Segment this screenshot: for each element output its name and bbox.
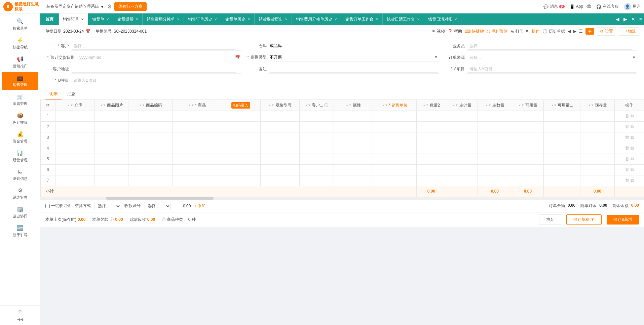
sidebar-item-sales[interactable]: 💼 销售管理 <box>2 72 38 90</box>
app-download-button[interactable]: 📱 App下载 <box>570 4 591 9</box>
profit-button[interactable]: ◎ 毛利预估 <box>487 29 507 34</box>
tab-close-icon[interactable]: ✕ <box>334 17 337 21</box>
sort-code-icon[interactable]: ▲▼ <box>139 104 145 107</box>
sidebar-item-marketing[interactable]: 📢 营销推广 <box>2 53 38 71</box>
online-service-button[interactable]: 🎧 在线客服 <box>596 4 619 9</box>
sort-main-qty-icon[interactable]: ▲▼ <box>485 104 491 107</box>
order-source-input[interactable] <box>468 54 632 61</box>
salesperson-input[interactable] <box>468 43 632 50</box>
solution-button[interactable]: 体验行业方案 <box>114 2 147 11</box>
add-button[interactable]: + 添加 <box>194 203 205 209</box>
tab-close-icon[interactable]: ✕ <box>454 17 457 21</box>
sort-warehouse-icon[interactable]: ▲▼ <box>67 104 73 107</box>
tab-close-all-button[interactable]: ✕ <box>629 16 637 22</box>
delete-row-icon[interactable]: 🗑 <box>625 178 629 183</box>
tab-home[interactable]: 首页 <box>40 13 59 25</box>
delivery-date-input[interactable] <box>78 54 235 61</box>
memo-input[interactable] <box>270 66 438 73</box>
tab-close-icon[interactable]: ✕ <box>81 17 84 21</box>
history-button[interactable]: 🕐 历史单据 <box>542 29 565 34</box>
tab-sales-order-history[interactable]: 销售订单历史 ✕ <box>184 13 221 25</box>
copy-row-icon[interactable]: ⧉ <box>631 156 634 162</box>
tab-detail[interactable]: 明细 <box>45 89 62 99</box>
warehouse-ellipsis[interactable]: ... <box>282 44 285 48</box>
discard-button[interactable]: 放弃 <box>539 214 561 225</box>
sort-attr-icon[interactable]: ▲▼ <box>346 104 352 107</box>
sidebar-item-base-info[interactable]: 🗂 基础信息 <box>2 166 38 184</box>
sort-image-icon[interactable]: ▲▼ <box>100 104 106 107</box>
copy-row-icon[interactable]: ⧉ <box>631 135 634 140</box>
shortcut-button[interactable]: ⌨ 快捷键 <box>465 29 484 34</box>
tab-close-icon[interactable]: ✕ <box>285 17 288 21</box>
address-input[interactable] <box>72 66 236 73</box>
delete-row-icon[interactable]: 🗑 <box>625 124 629 129</box>
col-settings[interactable]: ⚙ <box>41 100 55 111</box>
column-settings-icon[interactable]: ⚙ <box>46 103 50 108</box>
sort-qty2-icon[interactable]: ▲▼ <box>423 104 429 107</box>
copy-row-icon[interactable]: ⧉ <box>631 146 634 151</box>
sidebar-item-inventory[interactable]: 📦 库存核算 <box>2 110 38 128</box>
settings-float-button[interactable]: ⚙ 设置 <box>597 27 616 36</box>
tab-sales-order-workbench[interactable]: 销售订单工作台 ✕ <box>341 13 383 25</box>
sidebar-item-search[interactable]: 🔍 搜索菜单 <box>2 15 38 34</box>
calendar-delivery-icon[interactable]: 📅 <box>235 55 240 60</box>
tab-next-button[interactable]: ▶ <box>621 16 629 22</box>
payment-method-select[interactable]: 选择... <box>94 202 121 210</box>
system-name[interactable]: 装备及固定资产辅助管理系统 ▼ <box>46 4 104 9</box>
nav-prev-button[interactable]: ◀ <box>568 29 571 34</box>
receipt-account-select[interactable]: 选择... <box>144 202 171 210</box>
sort-stock-icon[interactable]: ▲▼ <box>588 104 594 107</box>
delete-row-icon[interactable]: 🗑 <box>625 167 629 172</box>
sidebar-item-operations[interactable]: 📊 经营管理 <box>2 147 38 165</box>
settings-gear-icon[interactable]: ⚙ <box>107 3 112 10</box>
tab-sales-return[interactable]: 销货单 ✕ <box>88 13 113 25</box>
salesperson-ellipsis[interactable]: ... <box>633 44 635 48</box>
delete-row-icon[interactable]: 🗑 <box>625 146 629 151</box>
delete-row-icon[interactable]: 🗑 <box>625 156 629 162</box>
address-ellipsis[interactable]: ... <box>237 67 239 71</box>
save-draft-dropdown-icon[interactable]: ▼ <box>591 217 595 222</box>
operation-button[interactable]: 操作 <box>532 29 540 34</box>
help-button[interactable]: ❓ 帮助 <box>448 29 462 34</box>
tab-summary[interactable]: 汇总 <box>63 89 79 99</box>
customer-ellipsis[interactable]: ... <box>237 44 239 48</box>
sidebar-item-quick-nav[interactable]: ⚡ 快捷导航 <box>2 34 38 52</box>
ticket-type-dropdown-icon[interactable]: ▼ <box>434 55 438 59</box>
b-project-input[interactable] <box>72 77 636 84</box>
sidebar-item-purchase[interactable]: 🛒 采购管理 <box>2 91 38 109</box>
sidebar-item-finance[interactable]: 💰 资金管理 <box>2 128 38 147</box>
copy-row-icon[interactable]: ⧉ <box>631 178 634 183</box>
copy-row-icon[interactable]: ⧉ <box>631 124 634 129</box>
tab-sales-fee-split[interactable]: 销售费用分摊单 ✕ <box>143 13 184 25</box>
sidebar-item-system[interactable]: ⚙ 系统管理 <box>2 185 38 203</box>
delete-row-icon[interactable]: 🗑 <box>625 113 629 119</box>
tab-sales-order[interactable]: 销售订单 ✕ <box>59 13 88 25</box>
tab-close-icon[interactable]: ✕ <box>376 17 378 21</box>
tab-cash-daily-reconcile[interactable]: 钱货日清对账 ✕ <box>424 13 461 25</box>
sidebar-item-enterprise[interactable]: 🏢 企业协同 <box>2 203 38 221</box>
sidebar-collapse-button[interactable]: ◀◀ <box>17 317 23 322</box>
nav-next-button[interactable]: ▶ <box>573 29 576 34</box>
view-button[interactable]: 👁 视频 <box>431 29 445 34</box>
delete-row-icon[interactable]: 🗑 <box>625 135 629 140</box>
print-button[interactable]: 🖨 打印 ▼ <box>510 29 529 34</box>
tab-close-icon[interactable]: ✕ <box>214 17 217 21</box>
list-view-button[interactable]: ☰ <box>579 29 583 34</box>
save-draft-button[interactable]: 保存草稿 ▼ <box>566 214 602 225</box>
tab-cash-daily-workbench[interactable]: 钱货日清工作台 ✕ <box>383 13 424 25</box>
tab-sales-refund-history[interactable]: 销货退货历史 ✕ <box>255 13 292 25</box>
scan-button[interactable]: 扫码录入 <box>231 102 250 109</box>
customer-input[interactable] <box>72 43 236 50</box>
tab-sales-fee-history[interactable]: 销售费用分摊单历史 ✕ <box>292 13 341 25</box>
tab-prev-button[interactable]: ◀ <box>614 16 621 22</box>
sort-product-icon[interactable]: ▲▼ <box>188 104 194 107</box>
sort-customer-code-icon[interactable]: ▲▼ <box>305 104 311 107</box>
copy-row-icon[interactable]: ⧉ <box>631 113 634 119</box>
sort-avail-icon[interactable]: ▲▼ <box>518 104 524 107</box>
sidebar-settings-button[interactable]: ⚙ <box>18 309 22 314</box>
sidebar-item-guide[interactable]: 🆕 新手引导 <box>2 222 38 240</box>
tab-close-icon[interactable]: ✕ <box>248 17 250 21</box>
user-button[interactable]: 👤 用户 <box>624 3 641 10</box>
logistics-button[interactable]: + +物流 <box>619 27 639 36</box>
new-record-button[interactable]: ✚ <box>585 28 594 35</box>
